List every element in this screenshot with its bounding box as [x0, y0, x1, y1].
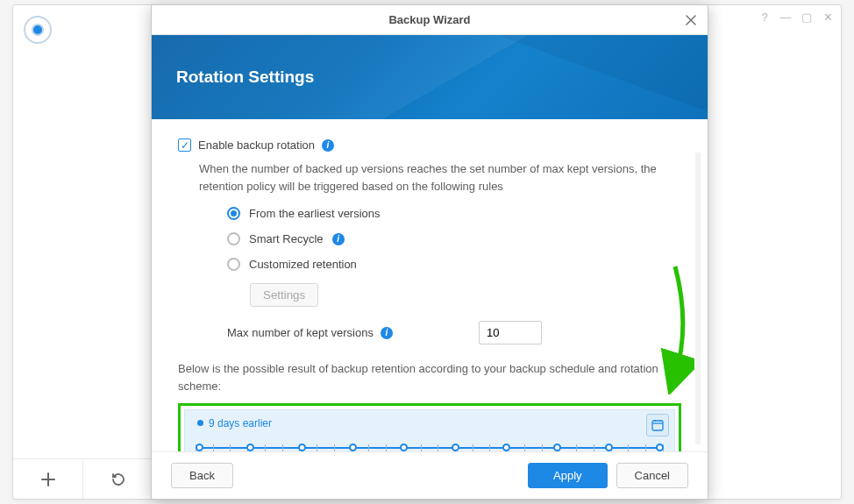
timeline-points: [196, 444, 664, 451]
modal-heading: Rotation Settings: [176, 67, 314, 87]
info-icon[interactable]: i: [381, 327, 393, 339]
calendar-icon[interactable]: [646, 414, 669, 437]
minimize-icon[interactable]: —: [779, 11, 792, 23]
radio-earliest[interactable]: [227, 207, 240, 220]
radio-smart[interactable]: [227, 232, 240, 245]
modal-close-icon[interactable]: [683, 12, 699, 28]
app-icon: [24, 16, 52, 44]
bottom-toolbar: [13, 458, 153, 499]
max-versions-input[interactable]: [479, 321, 542, 344]
cancel-button[interactable]: Cancel: [616, 463, 688, 488]
max-versions-label: Max number of kept versions: [227, 326, 374, 339]
radio-custom[interactable]: [227, 258, 240, 271]
modal-titlebar: Backup Wizard: [152, 5, 708, 35]
timeline-label: 9 days earlier: [197, 417, 272, 429]
close-icon[interactable]: ✕: [822, 11, 834, 23]
scrollbar[interactable]: [695, 153, 701, 444]
add-button[interactable]: [13, 459, 83, 499]
timeline-highlight: 9 days earlier: [178, 403, 681, 451]
help-icon[interactable]: ?: [758, 11, 771, 23]
rotation-description: When the number of backed up versions re…: [199, 160, 681, 195]
radio-earliest-label: From the earliest versions: [249, 207, 381, 220]
modal-footer: Back Apply Cancel: [152, 451, 708, 499]
retention-settings-button: Settings: [250, 283, 318, 307]
back-button[interactable]: Back: [171, 463, 233, 488]
apply-button[interactable]: Apply: [528, 463, 608, 488]
result-description: Below is the possible result of backup r…: [178, 360, 678, 394]
enable-rotation-checkbox[interactable]: ✓: [178, 138, 191, 152]
modal-title: Backup Wizard: [388, 13, 470, 26]
maximize-icon[interactable]: ▢: [801, 11, 813, 23]
enable-rotation-label: Enable backup rotation: [198, 138, 315, 152]
info-icon[interactable]: i: [322, 139, 334, 152]
history-button[interactable]: [83, 459, 153, 499]
retention-radio-group: From the earliest versions Smart Recycle…: [227, 207, 681, 344]
backup-wizard-modal: Backup Wizard Rotation Settings ✓ Enable…: [151, 4, 708, 500]
timeline: 9 days earlier: [184, 409, 675, 451]
svg-rect-0: [652, 421, 663, 430]
window-controls: ? — ▢ ✕: [758, 11, 834, 23]
modal-banner: Rotation Settings: [152, 35, 708, 119]
radio-custom-label: Customized retention: [249, 258, 357, 271]
modal-body: ✓ Enable backup rotation i When the numb…: [152, 119, 708, 451]
info-icon[interactable]: i: [332, 233, 345, 245]
radio-smart-label: Smart Recycle: [249, 232, 324, 245]
